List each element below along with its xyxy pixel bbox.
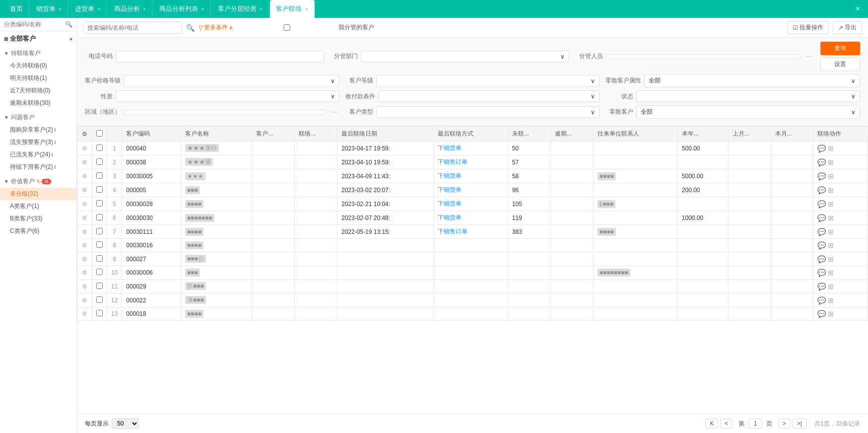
region-dots-btn[interactable]: ···	[329, 108, 339, 117]
sidebar-item-class-c[interactable]: C类客户(6)	[0, 225, 76, 237]
chat-icon[interactable]: 💬	[817, 172, 826, 180]
checkbox-col-header[interactable]	[92, 127, 107, 142]
row-checkbox[interactable]	[96, 186, 103, 193]
code-col-header[interactable]: 客户编码	[122, 127, 181, 142]
close-analysis-tab[interactable]: ×	[143, 6, 146, 12]
row-gear-icon[interactable]: ⚙	[82, 187, 87, 194]
row-method-link[interactable]: 下销售订单	[438, 228, 467, 235]
row-last-method[interactable]	[433, 239, 508, 252]
export-btn[interactable]: ↗ 导出	[833, 21, 862, 34]
last-method-col-header[interactable]: 最后联络方式	[433, 127, 508, 142]
batch-operate-btn[interactable]: ☑ 批量操作	[787, 21, 829, 34]
row-last-method[interactable]: 下销售订单	[433, 155, 508, 169]
search-input[interactable]	[83, 22, 182, 34]
more-icon[interactable]: ⊞	[828, 228, 834, 236]
row-checkbox[interactable]	[96, 283, 103, 289]
chat-icon[interactable]: 💬	[817, 228, 826, 236]
manager-input[interactable]	[606, 54, 801, 59]
close-customer-contact-tab[interactable]: ×	[305, 6, 308, 12]
payment-select[interactable]: ∨	[378, 90, 600, 102]
price-level-select[interactable]: ∨	[124, 75, 339, 87]
nav-tab-customer-tier[interactable]: 客户分层经营 ×	[212, 0, 269, 18]
more-icon[interactable]: ⊞	[828, 310, 834, 318]
row-last-method[interactable]	[433, 252, 508, 266]
row-gear-icon[interactable]: ⚙	[82, 228, 87, 235]
chat-icon[interactable]: 💬	[817, 310, 826, 318]
nature-select[interactable]: ∨	[116, 90, 339, 102]
row-gear-icon[interactable]: ⚙	[82, 283, 87, 290]
refresh-icon[interactable]: ↻	[37, 179, 41, 184]
row-gear-icon[interactable]: ⚙	[82, 256, 87, 263]
sidebar-item-churned[interactable]: 已流失客户(24) ℹ	[0, 148, 76, 161]
row-method-link[interactable]: 下销货单	[438, 214, 462, 221]
row-last-method[interactable]: 下销货单	[433, 211, 508, 225]
sidebar-search-input[interactable]	[4, 21, 63, 28]
row-last-method[interactable]: 下销货单	[433, 183, 508, 197]
row-method-link[interactable]: 下销货单	[438, 144, 462, 151]
more-icon[interactable]: ⊞	[828, 214, 834, 222]
close-customer-tier-tab[interactable]: ×	[260, 6, 263, 12]
row-checkbox[interactable]	[96, 144, 103, 151]
chat-icon[interactable]: 💬	[817, 158, 826, 166]
row-checkbox[interactable]	[96, 172, 103, 179]
sidebar-item-declining[interactable]: 持续下滑客户(2) ℹ	[0, 161, 76, 173]
retail-select[interactable]: 全部 ∨	[636, 105, 860, 119]
close-window-button[interactable]: ×	[852, 4, 864, 13]
status-select[interactable]: ∨	[636, 90, 860, 102]
close-purchase-tab[interactable]: ×	[97, 6, 100, 12]
more-icon[interactable]: ⊞	[828, 172, 834, 180]
row-checkbox[interactable]	[96, 214, 103, 220]
chat-icon[interactable]: 💬	[817, 200, 826, 208]
dept-select[interactable]: ∨	[361, 51, 569, 63]
nav-tab-analysis[interactable]: 商品分析 ×	[108, 0, 152, 18]
sidebar-item-ungroup[interactable]: 未分组(32)	[0, 188, 76, 200]
row-gear-icon[interactable]: ⚙	[82, 297, 87, 304]
type-col-header[interactable]: 客户...	[252, 127, 295, 142]
phone-input[interactable]	[116, 51, 324, 63]
row-gear-icon[interactable]: ⚙	[82, 242, 87, 249]
row-gear-icon[interactable]: ⚙	[82, 269, 87, 276]
row-method-link[interactable]: 下销货单	[438, 186, 462, 193]
nav-tab-purchase[interactable]: 进货单 ×	[69, 0, 107, 18]
region-select[interactable]	[124, 110, 326, 115]
chat-icon[interactable]: 💬	[817, 296, 826, 304]
row-checkbox[interactable]	[96, 269, 103, 275]
sidebar-item-class-a[interactable]: A类客户(1)	[0, 200, 76, 213]
chat-icon[interactable]: 💬	[817, 283, 826, 290]
reset-button[interactable]: 设置	[820, 58, 860, 71]
row-checkbox[interactable]	[96, 296, 103, 303]
row-checkbox[interactable]	[96, 241, 103, 248]
more-icon[interactable]: ⊞	[828, 200, 834, 208]
row-gear-icon[interactable]: ⚙	[82, 159, 87, 166]
prev-page-btn[interactable]: <	[720, 419, 733, 429]
page-number[interactable]: 1	[748, 419, 763, 429]
sidebar-item-churn-warning[interactable]: 流失预警客户(3) ℹ	[0, 136, 76, 148]
chat-icon[interactable]: 💬	[817, 241, 826, 249]
retail-attr-select[interactable]: 全部 ∨	[644, 74, 860, 87]
more-icon[interactable]: ⊞	[828, 296, 834, 304]
sidebar-item-today[interactable]: 今天待联络(0)	[0, 60, 76, 72]
customer-level-select[interactable]: ∨	[376, 75, 600, 87]
customer-type-select[interactable]: ∨	[376, 106, 600, 118]
chat-icon[interactable]: 💬	[817, 269, 826, 277]
row-checkbox[interactable]	[96, 158, 103, 165]
row-gear-icon[interactable]: ⚙	[82, 201, 87, 208]
overdue-col-header[interactable]: 逾期...	[550, 127, 593, 142]
more-icon[interactable]: ⊞	[828, 255, 834, 263]
first-page-btn[interactable]: K	[705, 419, 718, 429]
gear-col-header[interactable]: ⚙	[77, 127, 92, 142]
more-conditions-btn[interactable]: ▽ 更多条件 ∧	[199, 23, 233, 32]
row-method-link[interactable]: 下销售订单	[438, 158, 467, 165]
row-method-link[interactable]: 下销货单	[438, 172, 462, 179]
page-size-select[interactable]: 50 20 100	[112, 418, 139, 429]
next-page-btn[interactable]: >	[778, 419, 791, 429]
problem-group-title[interactable]: ▼ 问题客户	[0, 111, 76, 124]
inter-contact-col-header[interactable]: 往来单位联系人	[593, 127, 677, 142]
chat-icon[interactable]: 💬	[817, 144, 826, 152]
sidebar-item-week[interactable]: 近7天待联络(0)	[0, 84, 76, 97]
row-gear-icon[interactable]: ⚙	[82, 310, 87, 317]
last-date-col-header[interactable]: 最后联络日期	[337, 127, 434, 142]
nav-tab-customer-contact[interactable]: 客户联络 ×	[270, 0, 314, 18]
sidebar-item-tomorrow[interactable]: 明天待联络(1)	[0, 72, 76, 84]
search-filter-icon[interactable]: 🔍	[186, 24, 195, 32]
